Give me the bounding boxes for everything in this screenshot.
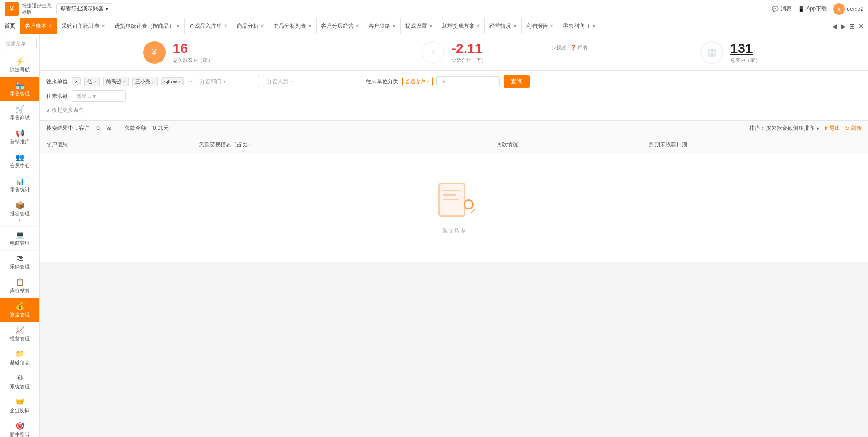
manager-select[interactable]: 分管人员 ··· [263,76,362,87]
close-tab-commission[interactable]: ✕ [429,24,432,28]
sidebar-item-purchase[interactable]: 🛍 采购管理 [0,251,39,274]
tab-purchase-stats-by-product[interactable]: 进货单统计表（按商品） ✕ [110,18,185,34]
balance-select[interactable]: 选择... ▾ [72,90,126,102]
close-tab-customer-layered[interactable]: ✕ [355,24,359,28]
nav-close-all-icon[interactable]: ✕ [857,23,865,30]
org-selector[interactable]: 母婴行业演示账套 ▾ [56,3,112,14]
refresh-button[interactable]: ↻ 刷新 [845,124,862,132]
message-icon: 💬 [772,6,779,12]
tab-add-commission[interactable]: 新增提成方案 ✕ [437,18,485,34]
tab-business-status[interactable]: 经营情况 ✕ [485,18,522,34]
message-button[interactable]: 💬 消息 [772,5,791,13]
tab-finished-goods[interactable]: 产成品入库单 ✕ [185,18,232,34]
sidebar-item-system[interactable]: ⚙ 系统管理 [0,370,39,394]
close-tag-wang[interactable]: × [152,79,154,84]
filter-tag-unit-placeholder: × [72,77,81,86]
nav-next-icon[interactable]: ▶ [839,23,847,30]
video-help-button[interactable]: ▷ 视频 [552,44,566,51]
sidebar-quick-nav[interactable]: ⚡ 快捷导航 [0,53,39,77]
table-header: 客户信息 欠款交易信息（占比） 回款情况 到期未收款日期 [40,136,868,153]
sort-selector[interactable]: 排序：按欠款金额倒序排序 ▾ [749,124,819,132]
col-overdue: 到期未收款日期 [643,136,868,153]
tab-retail-profit[interactable]: 零售利润（ ✕ [558,18,600,34]
close-tab-profit[interactable]: ✕ [550,24,553,28]
close-tag-wu[interactable]: × [94,79,96,84]
tab-profit-report[interactable]: 利润报告 ✕ [522,18,558,34]
query-button[interactable]: 查询 [504,75,530,88]
tab-customer-contact[interactable]: 客户联络 ✕ [364,18,401,34]
results-amount-text: 欠款金额 0.00元 [125,125,175,131]
retail-icon: 🏪 [15,81,24,90]
logo-icon: ¥ [5,2,19,16]
tab-customer-ledger[interactable]: 客户账本 ✕ [20,18,57,34]
close-tab-finished[interactable]: ✕ [224,24,227,28]
nav-tabs: 首页 客户账本 ✕ 采购订单统计表 ✕ 进货单统计表（按商品） ✕ 产成品入库单… [0,18,868,34]
export-button[interactable]: ⬆ 导出 [824,124,840,132]
filter-tag-wang: 王小亮 × [132,77,158,86]
close-tab-purchase-stats[interactable]: ✕ [176,24,180,28]
unit-class-select[interactable]: ▾ [436,76,500,86]
yuan-icon: ¥ [152,47,157,57]
stat-value-total: 131 [730,41,760,56]
results-count-text: 搜索结果中，客户 0 家 [46,125,119,131]
sidebar-item-marketing[interactable]: 📢 营销推广 [0,125,39,149]
tab-customer-layered[interactable]: 客户分层经营 ✕ [317,18,364,34]
main-layout: 搜索菜单 ⚡ 快捷导航 🏪 零售管理 🛒 零售商城 📢 营销推广 👥 会员中心 … [0,34,868,437]
sidebar-item-retail-mall[interactable]: 🛒 零售商城 [0,101,39,125]
sidebar-item-retail[interactable]: 🏪 零售管理 [0,77,39,101]
stat-block-total: 🏢 131 总客户（家） [592,41,868,64]
refresh-icon: ↻ [845,125,849,132]
close-tab-customer-ledger[interactable]: ✕ [48,24,52,28]
nav-prev-icon[interactable]: ◀ [831,23,839,30]
filter-area: 往来单位 × 伍 × 陈民强 × 王小亮 × cjttcw [40,71,868,121]
empty-illustration [434,180,475,221]
purchase-icon: 🛍 [16,254,24,262]
tab-product-analysis[interactable]: 商品分析 ✕ [232,18,269,34]
tab-home[interactable]: 首页 [0,18,20,34]
top-right: 💬 消息 📱 App下载 d demo2 [772,3,863,15]
sidebar-item-ecommerce[interactable]: 💻 电商管理 [0,227,39,251]
ellipsis-icon: ··· [290,78,295,85]
help-button[interactable]: ❓ 帮助 [570,44,587,51]
sidebar-item-basic-info[interactable]: 📁 基础信息 [0,346,39,370]
close-tab-product-analysis[interactable]: ✕ [260,24,264,28]
data-table: 客户信息 欠款交易信息（占比） 回款情况 到期未收款日期 [40,136,868,153]
tab-product-analysis-list[interactable]: 商品分析列表 ✕ [269,18,317,34]
close-tag-cjttcw[interactable]: × [178,79,181,84]
app-download-button[interactable]: 📱 App下载 [798,5,827,13]
close-tab-retail-profit[interactable]: ✕ [592,24,595,28]
chevron-down-icon: ▾ [106,6,108,12]
sidebar-item-operations[interactable]: 📈 经营管理 [0,322,39,346]
tab-commission-settings[interactable]: 提成设置 ✕ [401,18,437,34]
sidebar-item-member[interactable]: 👥 会员中心 [0,149,39,173]
col-repay: 回款情况 [490,136,643,153]
close-tag-normal-customer[interactable]: × [427,79,429,84]
wholesale-icon: 📦 [15,201,24,209]
sidebar: 搜索菜单 ⚡ 快捷导航 🏪 零售管理 🛒 零售商城 📢 营销推广 👥 会员中心 … [0,34,40,437]
close-tab-customer-contact[interactable]: ✕ [392,24,396,28]
dept-select[interactable]: 分管部门 ▾ [196,76,259,87]
unit-filter-label: 往来单位 [46,78,68,86]
sidebar-item-inventory[interactable]: 📋 库存核算 [0,274,39,298]
tab-purchase-order-stats[interactable]: 采购订单统计表 ✕ [57,18,110,34]
filter-more-tags[interactable]: ··· [187,78,192,85]
operations-icon: 📈 [15,326,24,334]
sidebar-item-retail-stats[interactable]: 📊 零售统计 [0,173,39,197]
nav-expand-icon[interactable]: ⊞ [848,23,856,30]
user-menu[interactable]: d demo2 [833,3,863,15]
collapse-button[interactable]: ∧ 收起更多条件 [46,104,862,116]
search-menu-button[interactable]: 搜索菜单 [3,38,37,49]
sidebar-item-finance[interactable]: 💰 资金管理 [0,298,39,322]
sidebar-item-enterprise[interactable]: 🤝 企业协同 [0,394,39,418]
close-tab-product-list[interactable]: ✕ [308,24,312,28]
export-icon: ⬆ [824,125,828,132]
top-bar: ¥ 畅捷通好生意 标版 母婴行业演示账套 ▾ 💬 消息 📱 App下载 d de… [0,0,868,18]
close-tab-add-commission[interactable]: ✕ [476,24,480,28]
close-tab-business[interactable]: ✕ [513,24,517,28]
close-tag-chen[interactable]: × [123,79,125,84]
close-tab-purchase[interactable]: ✕ [101,24,105,28]
sidebar-item-guide[interactable]: 🎯 新手引导 [0,418,39,437]
enterprise-icon: 🤝 [15,398,24,406]
sidebar-item-wholesale[interactable]: 📦 批发管理 ▾ [0,197,39,227]
marketing-icon: 📢 [15,129,24,138]
